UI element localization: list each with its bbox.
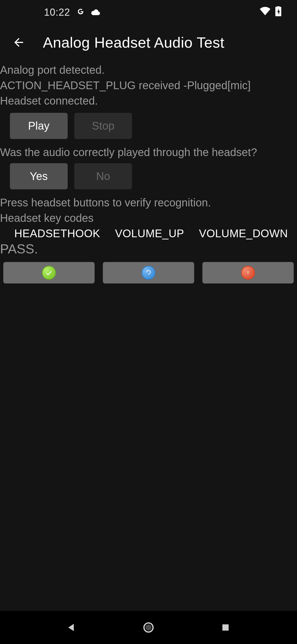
keycode-headsethook: HEADSETHOOK <box>14 227 100 240</box>
play-button[interactable]: Play <box>10 113 68 139</box>
nav-back-button[interactable] <box>63 619 80 636</box>
instruction-line-1: Press headset buttons to verify recognit… <box>0 195 297 210</box>
wifi-icon <box>260 7 271 18</box>
navigation-bar <box>0 611 297 644</box>
square-recent-icon <box>221 623 230 632</box>
content: Analog port detected. ACTION_HEADSET_PLU… <box>0 60 297 611</box>
result-button-row <box>0 262 297 283</box>
back-button[interactable] <box>11 35 26 50</box>
instruction-line-2: Headset key codes <box>0 210 297 226</box>
keycode-volume-down: VOLUME_DOWN <box>199 227 288 240</box>
log-line-1: Analog port detected. <box>0 62 297 78</box>
log-line-3: Headset connected. <box>0 93 297 108</box>
triangle-back-icon <box>66 622 77 633</box>
no-button-label: No <box>96 170 110 182</box>
yes-button[interactable]: Yes <box>10 163 68 189</box>
nav-recent-button[interactable] <box>217 619 234 636</box>
app-bar: Analog Headset Audio Test <box>0 25 297 60</box>
log-block: Analog port detected. ACTION_HEADSET_PLU… <box>0 60 297 110</box>
play-button-label: Play <box>28 120 50 132</box>
keycodes-row: HEADSETHOOK VOLUME_UP VOLUME_DOWN <box>0 226 297 240</box>
keycode-volume-up: VOLUME_UP <box>115 227 184 240</box>
nav-home-button[interactable] <box>140 619 157 636</box>
circle-home-icon <box>142 621 155 634</box>
yes-button-label: Yes <box>30 170 48 182</box>
result-text: PASS. <box>0 240 297 262</box>
google-icon <box>76 7 84 18</box>
no-button: No <box>74 163 132 189</box>
info-button[interactable] <box>103 262 194 283</box>
status-time: 10:22 <box>44 7 70 18</box>
alert-circle-icon <box>241 266 255 280</box>
question-text: Was the audio correctly played through t… <box>0 142 297 160</box>
battery-charging-icon <box>275 6 282 19</box>
status-bar: 10:22 <box>0 0 297 25</box>
cloud-icon <box>90 7 100 18</box>
arrow-back-icon <box>12 36 25 49</box>
instructions-block: Press headset buttons to verify recognit… <box>0 193 297 226</box>
fail-button[interactable] <box>202 262 294 283</box>
svg-rect-2 <box>222 624 229 631</box>
pass-button[interactable] <box>3 262 95 283</box>
question-circle-icon <box>142 266 155 280</box>
stop-button-label: Stop <box>92 120 114 132</box>
check-circle-icon <box>42 266 56 280</box>
stop-button: Stop <box>74 113 132 139</box>
page-title: Analog Headset Audio Test <box>43 34 224 51</box>
log-line-2: ACTION_HEADSET_PLUG received -Plugged[mi… <box>0 78 297 93</box>
svg-point-1 <box>145 624 152 631</box>
